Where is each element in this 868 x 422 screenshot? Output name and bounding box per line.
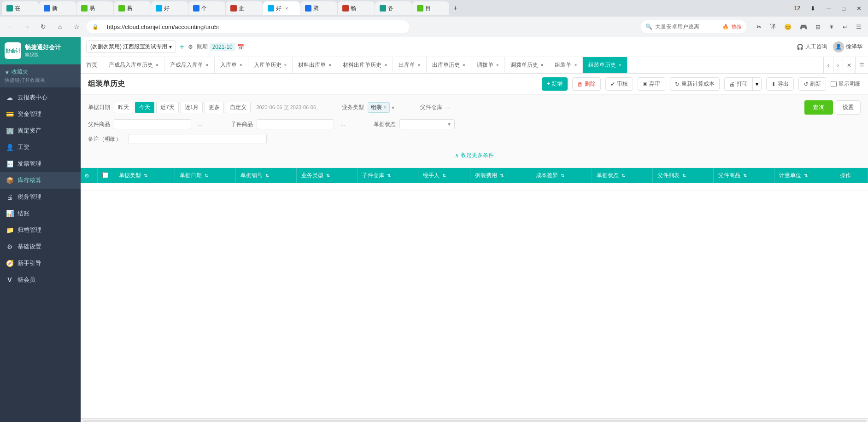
window-maximize[interactable]: □ — [837, 3, 850, 14]
page-tab-close-2[interactable]: × — [206, 63, 209, 68]
parent-goods-input[interactable] — [114, 119, 191, 129]
col-status[interactable]: 单据状态 ⇅ — [592, 168, 652, 183]
sidebar-item-closing[interactable]: 📊 结账 — [0, 205, 81, 222]
collapse-button[interactable]: ∧ 收起更多条件 — [452, 149, 497, 162]
page-tab-9[interactable]: 调拨单 × — [471, 57, 505, 74]
date-btn-7days[interactable]: 近7天 — [156, 102, 179, 113]
company-selector[interactable]: (勿删勿禁用) 江西服宝测试专用 ▾ — [86, 40, 176, 53]
col-type[interactable]: 单据类型 ⇅ — [114, 168, 175, 183]
forward-button[interactable]: → — [20, 20, 33, 33]
parent-goods-field[interactable] — [118, 121, 187, 127]
tag-close[interactable]: × — [384, 105, 387, 110]
page-tab-close-7[interactable]: × — [418, 63, 421, 68]
sidebar-bookmarks[interactable]: ★ 收藏夹 快捷键打开收藏夹 — [0, 64, 81, 87]
page-tab-3[interactable]: 入库单 × — [215, 57, 248, 74]
page-tab-1[interactable]: 产成品入库单历史 × — [103, 57, 164, 74]
browser-tab-7[interactable]: 好 × — [263, 1, 300, 15]
remark-input[interactable] — [129, 134, 267, 144]
translate-icon[interactable]: 译 — [767, 21, 779, 33]
tab-nav-settings[interactable]: ☰ — [856, 57, 868, 74]
browser-tab-11[interactable]: 目 — [412, 1, 449, 15]
approve-button[interactable]: ✔ 审核 — [605, 77, 633, 91]
address-input[interactable] — [101, 20, 404, 33]
page-tab-close-1[interactable]: × — [156, 63, 158, 68]
browser-tab-5[interactable]: 个 — [188, 1, 225, 15]
page-tab-close-5[interactable]: × — [328, 63, 331, 68]
sidebar-item-settings[interactable]: ⚙ 基础设置 — [0, 238, 81, 255]
browser-tab-9[interactable]: 畅 — [338, 1, 375, 15]
grid-icon[interactable]: ⊞ — [813, 22, 823, 32]
page-tab-11[interactable]: 组装单 × — [549, 57, 583, 74]
browser-tab-3[interactable]: 易 — [114, 1, 151, 15]
page-tab-12[interactable]: 组装单历史 × — [583, 57, 628, 74]
col-parent-goods[interactable]: 父件商品 ⇅ — [713, 168, 774, 183]
search-input[interactable] — [655, 23, 720, 30]
extension-icon-1[interactable]: 😊 — [781, 22, 794, 32]
settings-icon[interactable]: ⚙ — [188, 44, 193, 50]
col-warehouse[interactable]: 子件仓库 ⇅ — [357, 168, 418, 183]
date-btn-today[interactable]: 今天 — [135, 102, 154, 113]
user-info[interactable]: 👤 徐泽华 — [833, 41, 862, 52]
sidebar-item-tax[interactable]: 🖨 税务管理 — [0, 189, 81, 205]
page-tab-close-3[interactable]: × — [240, 63, 242, 68]
scrollbar-area[interactable] — [81, 418, 868, 422]
parent-warehouse-dots[interactable]: ··· — [446, 104, 451, 111]
col-parent-list[interactable]: 父件列表 ⇅ — [652, 168, 713, 183]
sidebar-item-salary[interactable]: 👤 工资 — [0, 139, 81, 156]
browser-tab-10[interactable]: 各 — [375, 1, 412, 15]
page-tab-close-9[interactable]: × — [496, 63, 499, 68]
menu-icon[interactable]: ☰ — [853, 22, 864, 32]
sidebar-item-member[interactable]: V 畅会员 — [0, 272, 81, 288]
date-btn-custom[interactable]: 自定义 — [226, 102, 251, 113]
sidebar-logo[interactable]: 好会计 畅捷通好会计 旗舰版 — [0, 37, 81, 64]
browser-tab-0[interactable]: 在 — [2, 1, 39, 15]
tab-nav-right[interactable]: › — [833, 57, 843, 74]
page-tab-close-10[interactable]: × — [541, 63, 544, 68]
page-tab-close-8[interactable]: × — [463, 63, 465, 68]
col-business[interactable]: 业务类型 ⇅ — [296, 168, 357, 183]
home-button[interactable]: ⌂ — [53, 20, 66, 33]
tab-download-icon[interactable]: ⬇ — [806, 3, 820, 14]
col-cost-diff[interactable]: 成本差异 ⇅ — [531, 168, 592, 183]
status-select[interactable]: ▾ — [399, 119, 455, 129]
select-all-checkbox[interactable] — [102, 172, 108, 178]
browser-tab-6[interactable]: 企 — [226, 1, 263, 15]
window-minimize[interactable]: ─ — [822, 3, 835, 14]
sidebar-item-guide[interactable]: 🧭 新手引导 — [0, 255, 81, 272]
page-tab-5[interactable]: 材料出库单 × — [293, 57, 337, 74]
history-icon[interactable]: ↩ — [840, 22, 850, 32]
sidebar-item-inventory[interactable]: 📦 库存核算 — [0, 172, 81, 189]
col-unit[interactable]: 计量单位 ⇅ — [774, 168, 835, 183]
delete-button[interactable]: 🗑 删除 — [572, 77, 601, 91]
parent-goods-dots[interactable]: ... — [195, 120, 205, 128]
col-date[interactable]: 单据日期 ⇅ — [175, 168, 235, 183]
page-tab-6[interactable]: 材料出库单历史 × — [337, 57, 393, 74]
window-close[interactable]: ✕ — [852, 3, 866, 14]
table-settings-header[interactable]: ⚙ — [81, 168, 97, 183]
browser-tab-1[interactable]: 新 — [39, 1, 76, 15]
col-disassemble[interactable]: 拆装费用 ⇅ — [470, 168, 531, 183]
sidebar-item-funds[interactable]: 💳 资金管理 — [0, 106, 81, 122]
col-handler[interactable]: 经手人 ⇅ — [418, 168, 470, 183]
reject-button[interactable]: ✖ 弃审 — [638, 77, 665, 91]
calendar-icon[interactable]: 📅 — [237, 44, 244, 50]
page-tab-8[interactable]: 出库单历史 × — [427, 57, 471, 74]
browser-tab-8[interactable]: 腾 — [300, 1, 337, 15]
page-tab-7[interactable]: 出库单 × — [393, 57, 427, 74]
tab-nav-close[interactable]: ✕ — [843, 57, 856, 74]
remark-field[interactable] — [133, 136, 263, 142]
add-company-button[interactable]: + — [180, 43, 184, 51]
page-tab-close-11[interactable]: × — [574, 63, 577, 68]
sidebar-item-archive[interactable]: 📁 归档管理 — [0, 222, 81, 238]
browser-tab-4[interactable]: 好 — [151, 1, 188, 15]
date-btn-yesterday[interactable]: 昨天 — [114, 102, 133, 113]
business-type-dropdown[interactable]: ▾ — [392, 104, 394, 111]
date-btn-more[interactable]: 更多 — [205, 102, 224, 113]
extension-icon-2[interactable]: 🎮 — [797, 22, 810, 32]
child-goods-field[interactable] — [261, 121, 330, 127]
settings-button[interactable]: 设置 — [836, 100, 861, 115]
scissors-icon[interactable]: ✂ — [754, 22, 764, 32]
service-button[interactable]: 🎧 人工咨询 — [797, 43, 827, 51]
date-btn-1month[interactable]: 近1月 — [181, 102, 203, 113]
sidebar-item-cloud-reports[interactable]: ☁ 云报表中心 — [0, 89, 81, 106]
